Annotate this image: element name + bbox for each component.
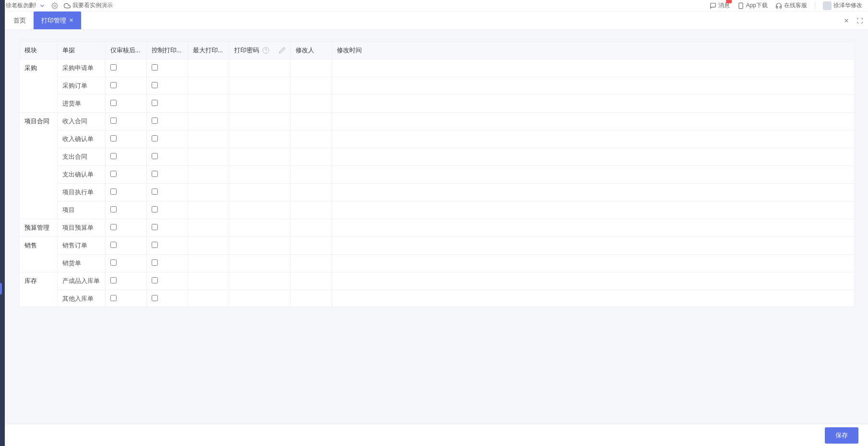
cell-audit-only bbox=[105, 272, 146, 290]
checkbox-audit-only[interactable] bbox=[110, 64, 117, 70]
cell-modify-time bbox=[332, 95, 854, 113]
online-service-link[interactable]: 在线客服 bbox=[775, 1, 807, 10]
cell-print-password[interactable] bbox=[229, 290, 290, 307]
cell-max-print[interactable] bbox=[188, 77, 229, 95]
cell-print-password[interactable] bbox=[229, 184, 290, 201]
checkbox-control-print[interactable] bbox=[152, 64, 158, 70]
cell-max-print[interactable] bbox=[188, 184, 229, 201]
cell-print-password[interactable] bbox=[229, 255, 290, 272]
cell-print-password[interactable] bbox=[229, 59, 290, 77]
checkbox-control-print[interactable] bbox=[152, 188, 158, 195]
checkbox-audit-only[interactable] bbox=[110, 259, 117, 266]
tab-print-management[interactable]: 打印管理 ✕ bbox=[34, 12, 81, 29]
cell-max-print[interactable] bbox=[188, 237, 229, 255]
app-download-link[interactable]: App下载 bbox=[737, 1, 768, 10]
cell-max-print[interactable] bbox=[188, 255, 229, 272]
help-icon[interactable]: ? bbox=[262, 47, 269, 54]
checkbox-audit-only[interactable] bbox=[110, 295, 117, 301]
checkbox-control-print[interactable] bbox=[152, 206, 158, 212]
checkbox-control-print[interactable] bbox=[152, 224, 158, 230]
table-row: 预算管理项目预算单 bbox=[20, 219, 854, 237]
table-row: 销售销售订单 bbox=[20, 237, 854, 255]
cell-print-password[interactable] bbox=[229, 95, 290, 113]
cell-modifier bbox=[290, 166, 332, 184]
table-scroll[interactable]: 模块 单据 仅审核后... 控制打印... 最大打印... 打印密码 ? bbox=[20, 42, 854, 306]
table-row: 库存产成品入库单 bbox=[20, 272, 854, 290]
footer-bar: 保存 bbox=[5, 424, 868, 446]
checkbox-control-print[interactable] bbox=[152, 277, 158, 283]
checkbox-control-print[interactable] bbox=[152, 82, 158, 88]
cell-print-password[interactable] bbox=[229, 148, 290, 166]
cell-modifier bbox=[290, 290, 332, 307]
cell-modify-time bbox=[332, 166, 854, 184]
demo-link[interactable]: 我要看实例演示 bbox=[64, 1, 113, 10]
cell-max-print[interactable] bbox=[188, 272, 229, 290]
demo-link-label: 我要看实例演示 bbox=[72, 1, 113, 10]
cell-print-password[interactable] bbox=[229, 77, 290, 95]
close-icon[interactable]: ✕ bbox=[69, 17, 73, 23]
save-button[interactable]: 保存 bbox=[825, 427, 858, 444]
cell-max-print[interactable] bbox=[188, 166, 229, 184]
cell-print-password[interactable] bbox=[229, 201, 290, 219]
checkbox-audit-only[interactable] bbox=[110, 242, 117, 248]
checkbox-control-print[interactable] bbox=[152, 135, 158, 141]
user-menu[interactable]: 徐泽华修改 bbox=[823, 1, 862, 10]
sidebar-collapsed[interactable] bbox=[0, 0, 5, 446]
cell-max-print[interactable] bbox=[188, 130, 229, 148]
checkbox-audit-only[interactable] bbox=[110, 224, 117, 230]
gear-icon[interactable] bbox=[51, 2, 58, 9]
checkbox-audit-only[interactable] bbox=[110, 153, 117, 159]
cell-audit-only bbox=[105, 201, 146, 219]
checkbox-audit-only[interactable] bbox=[110, 277, 117, 283]
checkbox-control-print[interactable] bbox=[152, 117, 158, 124]
cell-control-print bbox=[146, 95, 188, 113]
col-header-document: 单据 bbox=[57, 42, 105, 59]
cell-document: 支出合同 bbox=[57, 148, 105, 166]
cell-max-print[interactable] bbox=[188, 113, 229, 130]
close-all-tabs-icon[interactable] bbox=[843, 17, 850, 24]
cell-print-password[interactable] bbox=[229, 113, 290, 130]
cell-module: 采购 bbox=[20, 59, 57, 113]
checkbox-control-print[interactable] bbox=[152, 242, 158, 248]
cell-max-print[interactable] bbox=[188, 95, 229, 113]
cell-control-print bbox=[146, 219, 188, 237]
org-selector[interactable]: 徐老板勿删! bbox=[6, 1, 46, 10]
checkbox-audit-only[interactable] bbox=[110, 100, 117, 106]
messages-label: 消息 bbox=[718, 1, 730, 10]
checkbox-audit-only[interactable] bbox=[110, 206, 117, 212]
checkbox-control-print[interactable] bbox=[152, 100, 158, 106]
tab-home[interactable]: 首页 bbox=[6, 12, 34, 29]
table-row: 项目 bbox=[20, 201, 854, 219]
checkbox-control-print[interactable] bbox=[152, 153, 158, 159]
cell-document: 支出确认单 bbox=[57, 166, 105, 184]
cell-print-password[interactable] bbox=[229, 237, 290, 255]
checkbox-audit-only[interactable] bbox=[110, 135, 117, 141]
col-header-max-print: 最大打印... bbox=[188, 42, 229, 59]
checkbox-audit-only[interactable] bbox=[110, 82, 117, 88]
cell-max-print[interactable] bbox=[188, 290, 229, 307]
checkbox-audit-only[interactable] bbox=[110, 188, 117, 195]
cell-max-print[interactable] bbox=[188, 59, 229, 77]
checkbox-control-print[interactable] bbox=[152, 171, 158, 177]
messages-link[interactable]: 消息 bbox=[710, 1, 730, 10]
edit-pencil-icon[interactable] bbox=[279, 46, 285, 54]
cell-modify-time bbox=[332, 219, 854, 237]
cell-document: 项目预算单 bbox=[57, 219, 105, 237]
cell-max-print[interactable] bbox=[188, 201, 229, 219]
tab-print-mgmt-label: 打印管理 bbox=[41, 16, 66, 25]
cell-print-password[interactable] bbox=[229, 130, 290, 148]
cell-print-password[interactable] bbox=[229, 219, 290, 237]
checkbox-audit-only[interactable] bbox=[110, 117, 117, 124]
cell-modify-time bbox=[332, 255, 854, 272]
separator bbox=[815, 2, 815, 10]
cell-max-print[interactable] bbox=[188, 219, 229, 237]
cell-audit-only bbox=[105, 255, 146, 272]
cell-max-print[interactable] bbox=[188, 148, 229, 166]
cell-audit-only bbox=[105, 290, 146, 307]
checkbox-control-print[interactable] bbox=[152, 259, 158, 266]
checkbox-control-print[interactable] bbox=[152, 295, 158, 301]
checkbox-audit-only[interactable] bbox=[110, 171, 117, 177]
cell-print-password[interactable] bbox=[229, 166, 290, 184]
fullscreen-icon[interactable] bbox=[856, 17, 863, 24]
cell-print-password[interactable] bbox=[229, 272, 290, 290]
